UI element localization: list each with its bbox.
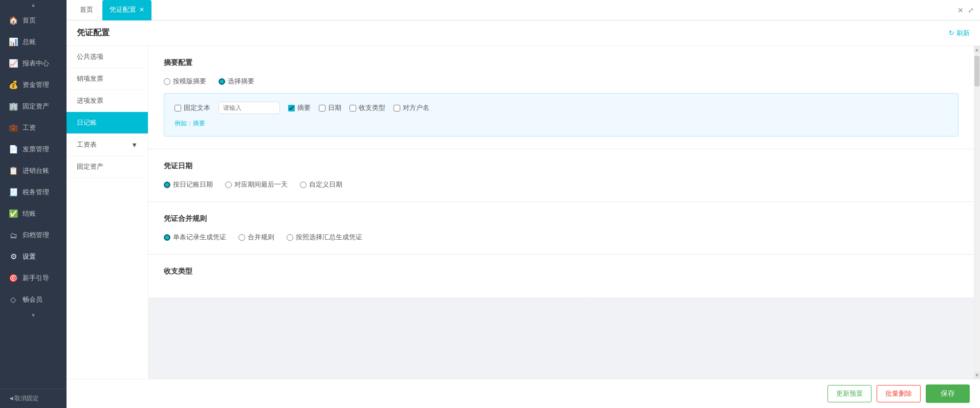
- checkbox-income-type-input[interactable]: [350, 105, 356, 111]
- merge-rules-title: 凭证合并规则: [164, 214, 959, 223]
- sidebar-item-member[interactable]: ◇ 畅会员: [0, 289, 67, 310]
- purchase-icon: 📋: [8, 166, 18, 175]
- salary-icon: 💼: [8, 123, 18, 132]
- settings-icon: ⚙: [8, 252, 18, 261]
- batch-delete-button[interactable]: 批量删除: [877, 385, 921, 402]
- sidebar-item-reports[interactable]: 📈 报表中心: [0, 53, 67, 74]
- summary-section-title: 摘要配置: [164, 58, 959, 67]
- checkbox-fixed-text-input[interactable]: [175, 105, 181, 111]
- sidebar-item-tax[interactable]: 🧾 税务管理: [0, 182, 67, 203]
- scroll-thumb[interactable]: [974, 56, 979, 86]
- checkout-icon: ✅: [8, 209, 18, 218]
- sidebar-item-guide[interactable]: 🎯 新手引导: [0, 267, 67, 289]
- scroll-up-arrow[interactable]: ▲: [974, 46, 980, 53]
- tab-fullscreen-icon[interactable]: ⤢: [968, 6, 974, 14]
- nav-public[interactable]: 公共选项: [67, 46, 148, 68]
- update-preview-button[interactable]: 更新预置: [827, 385, 872, 402]
- reports-icon: 📈: [8, 59, 18, 68]
- radio-template-summary-input[interactable]: [164, 78, 170, 85]
- sidebar-item-ledger[interactable]: 📊 总账: [0, 31, 67, 53]
- invoice-icon: 📄: [8, 145, 18, 154]
- checkbox-summary[interactable]: 摘要: [288, 103, 311, 112]
- ledger-icon: 📊: [8, 37, 18, 47]
- assets-icon: 🏢: [8, 102, 18, 111]
- sidebar: ▲ 🏠 首页 📊 总账 📈 报表中心 💰 资金管理 🏢 固定资产 💼 工资 📄 …: [0, 0, 67, 408]
- nav-sales-invoice[interactable]: 销项发票: [67, 68, 148, 90]
- merge-rules-section: 凭证合并规则 单条记录生成凭证 合并规则 按照选择汇总生成凭证: [148, 202, 974, 255]
- guide-icon: 🎯: [8, 274, 18, 283]
- radio-merge-input[interactable]: [238, 234, 245, 241]
- save-button[interactable]: 保存: [926, 384, 970, 403]
- radio-custom-date[interactable]: 自定义日期: [300, 180, 342, 189]
- sidebar-item-home[interactable]: 🏠 首页: [0, 10, 67, 31]
- right-scrollbar: ▲ ▼: [974, 46, 980, 379]
- income-type-title: 收支类型: [164, 267, 959, 276]
- radio-single-record[interactable]: 单条记录生成凭证: [164, 233, 226, 242]
- tab-home[interactable]: 首页: [73, 0, 100, 20]
- summary-config-section: 摘要配置 按模版摘要 选择摘要: [148, 46, 974, 149]
- radio-by-journal-date[interactable]: 按日记账日期: [164, 180, 213, 189]
- main-area: 首页 凭证配置 ✕ ✕ ⤢ 凭证配置 ↻ 刷新 公共选项: [67, 0, 980, 408]
- merge-rules-radio-group: 单条记录生成凭证 合并规则 按照选择汇总生成凭证: [164, 233, 959, 242]
- page-header: 凭证配置 ↻ 刷新: [67, 20, 980, 46]
- radio-last-day-input[interactable]: [225, 182, 232, 188]
- nav-salary-table[interactable]: 工资表 ▼: [67, 134, 148, 156]
- radio-select-total-input[interactable]: [287, 234, 293, 241]
- sidebar-item-purchase[interactable]: 📋 进销台账: [0, 160, 67, 182]
- radio-select-summary-input[interactable]: [219, 78, 225, 85]
- voucher-date-radio-group: 按日记账日期 对应期间最后一天 自定义日期: [164, 180, 959, 189]
- income-type-section: 收支类型: [148, 255, 974, 298]
- tab-close-window-icon[interactable]: ✕: [957, 6, 964, 14]
- sidebar-item-funds[interactable]: 💰 资金管理: [0, 74, 67, 96]
- left-nav: 公共选项 销项发票 进项发票 日记账 工资表 ▼ 固定资产: [67, 46, 148, 379]
- content-area: 公共选项 销项发票 进项发票 日记账 工资表 ▼ 固定资产: [67, 46, 980, 379]
- page-container: 凭证配置 ↻ 刷新 公共选项 销项发票 进项发票 日记账: [67, 20, 980, 408]
- sidebar-item-invoice[interactable]: 📄 发票管理: [0, 139, 67, 160]
- radio-by-journal-date-input[interactable]: [164, 182, 170, 188]
- funds-icon: 💰: [8, 80, 18, 89]
- sidebar-item-salary[interactable]: 💼 工资: [0, 117, 67, 139]
- radio-select-total[interactable]: 按照选择汇总生成凭证: [287, 233, 362, 242]
- radio-single-record-input[interactable]: [164, 234, 170, 241]
- sidebar-unpin-button[interactable]: ◄取消固定: [0, 389, 67, 408]
- checkbox-summary-input[interactable]: [288, 105, 295, 111]
- sidebar-scroll-down[interactable]: ▼: [0, 310, 67, 320]
- radio-custom-date-input[interactable]: [300, 182, 307, 188]
- sidebar-scroll-up[interactable]: ▲: [0, 0, 67, 10]
- nav-purchase-invoice[interactable]: 进项发票: [67, 90, 148, 112]
- nav-fixed-assets[interactable]: 固定资产: [67, 156, 148, 178]
- radio-select-summary[interactable]: 选择摘要: [219, 77, 254, 86]
- summary-options-box: 固定文本 摘要 日期: [164, 93, 959, 137]
- sidebar-item-checkout[interactable]: ✅ 结账: [0, 203, 67, 224]
- checkbox-counterpart[interactable]: 对方户名: [394, 103, 429, 112]
- radio-template-summary[interactable]: 按模版摘要: [164, 77, 206, 86]
- sidebar-item-assets[interactable]: 🏢 固定资产: [0, 96, 67, 117]
- checkbox-date[interactable]: 日期: [319, 103, 341, 112]
- member-icon: ◇: [8, 295, 18, 304]
- sidebar-item-settings[interactable]: ⚙ 设置: [0, 246, 67, 267]
- archive-icon: 🗂: [8, 231, 18, 240]
- radio-last-day[interactable]: 对应期间最后一天: [225, 180, 288, 189]
- summary-options-row: 固定文本 摘要 日期: [175, 102, 948, 114]
- sidebar-item-archive[interactable]: 🗂 归档管理: [0, 224, 67, 246]
- tab-close-icon[interactable]: ✕: [139, 6, 144, 13]
- refresh-icon: ↻: [949, 29, 954, 37]
- example-text: 例如：摘要: [175, 119, 948, 128]
- bottom-bar: 更新预置 批量删除 保存: [67, 379, 980, 408]
- scroll-down-arrow[interactable]: ▼: [974, 372, 980, 379]
- home-icon: 🏠: [8, 16, 18, 25]
- voucher-date-title: 凭证日期: [164, 162, 959, 171]
- checkbox-income-type[interactable]: 收支类型: [350, 103, 385, 112]
- refresh-button[interactable]: ↻ 刷新: [949, 29, 970, 38]
- tab-bar: 首页 凭证配置 ✕ ✕ ⤢: [67, 0, 980, 20]
- checkbox-date-input[interactable]: [319, 105, 325, 111]
- tab-voucher[interactable]: 凭证配置 ✕: [102, 0, 151, 20]
- fixed-text-input[interactable]: [219, 102, 280, 114]
- radio-merge[interactable]: 合并规则: [238, 233, 274, 242]
- form-area: 摘要配置 按模版摘要 选择摘要: [148, 46, 974, 379]
- checkbox-fixed-text[interactable]: 固定文本: [175, 103, 210, 112]
- summary-radio-group: 按模版摘要 选择摘要: [164, 77, 959, 86]
- nav-salary-arrow-icon: ▼: [131, 141, 138, 149]
- nav-journal[interactable]: 日记账: [67, 112, 148, 134]
- checkbox-counterpart-input[interactable]: [394, 105, 400, 111]
